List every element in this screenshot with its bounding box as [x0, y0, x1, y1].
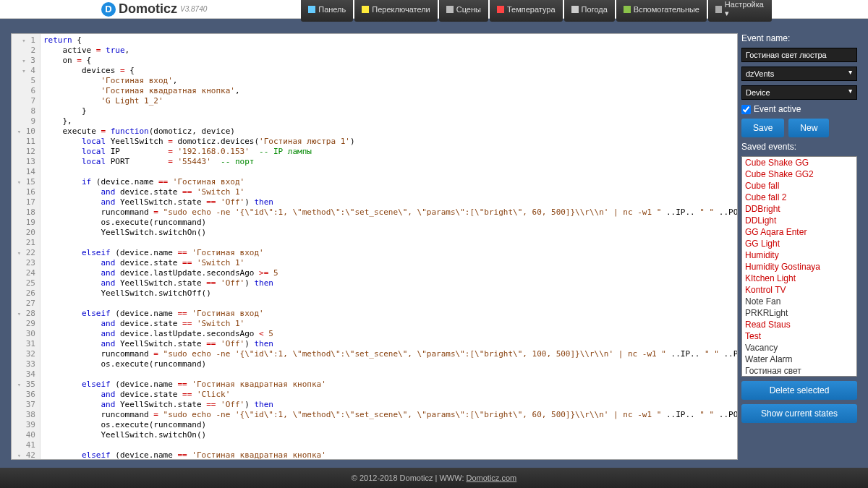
saved-event-item[interactable]: DDBright [742, 203, 856, 215]
saved-event-item[interactable]: Vacancy [742, 342, 856, 354]
event-active-checkbox[interactable] [741, 105, 751, 114]
saved-event-item[interactable]: Humidity [742, 249, 856, 261]
main-nav: ПанельПереключателиСценыТемператураПогод… [301, 0, 772, 22]
nav-label: Панель [318, 5, 346, 14]
show-states-button[interactable]: Show current states [741, 404, 857, 423]
nav-item[interactable]: Настройка ▾ [708, 0, 772, 22]
side-panel: Event name: Event active Save New Saved … [741, 33, 857, 460]
logo-icon: D [101, 2, 116, 17]
delete-selected-button[interactable]: Delete selected [741, 381, 857, 400]
saved-event-item[interactable]: Cube fall [742, 180, 856, 192]
nav-item[interactable]: Вспомогательные [616, 0, 707, 22]
saved-event-item[interactable]: Cube Shake GG2 [742, 168, 856, 180]
footer-copy: © 2012-2018 Domoticz | WWW: [352, 474, 467, 482]
saved-event-item[interactable]: Гостиная свет [742, 365, 856, 377]
saved-event-item[interactable]: Cube Shake GG [742, 157, 856, 168]
new-button[interactable]: New [788, 119, 829, 137]
saved-event-item[interactable]: KItchen Light [742, 273, 856, 284]
footer: © 2012-2018 Domoticz | WWW: Domoticz.com [0, 468, 868, 488]
logo[interactable]: D Domoticz V3.8740 [101, 1, 207, 17]
trigger-select[interactable] [741, 85, 857, 100]
nav-item[interactable]: Температура [490, 0, 563, 22]
saved-event-item[interactable]: Water Alarm [742, 354, 856, 365]
saved-event-item[interactable]: GG Aqara Enter [742, 226, 856, 238]
saved-event-item[interactable]: Test [742, 330, 856, 342]
footer-link[interactable]: Domoticz.com [467, 474, 517, 482]
saved-event-item[interactable]: Read Staus [742, 319, 856, 330]
header-bar: D Domoticz V3.8740 ПанельПереключателиСц… [0, 0, 868, 19]
nav-item[interactable]: Погода [564, 0, 615, 22]
saved-event-item[interactable]: DDLight [742, 215, 856, 226]
nav-icon [362, 6, 369, 13]
saved-event-item[interactable]: Kontrol TV [742, 284, 856, 296]
saved-events-label: Saved events: [741, 142, 857, 152]
logo-version: V3.8740 [180, 5, 207, 13]
event-active-row[interactable]: Event active [741, 104, 857, 114]
saved-event-item[interactable]: GG Light [742, 238, 856, 249]
saved-events-list[interactable]: Cube Shake GGCube Shake GG2Cube fallCube… [741, 156, 857, 377]
nav-label: Вспомогательные [634, 5, 699, 14]
nav-icon [446, 6, 454, 13]
nav-label: Сцены [456, 5, 481, 14]
nav-label: Настройка ▾ [725, 0, 765, 18]
logo-text: Domoticz [119, 1, 177, 17]
line-gutter: ▾ 12▾ 3▾ 456789▾ 1011121314▾ 15161718192… [12, 34, 41, 459]
code-editor[interactable]: ▾ 12▾ 3▾ 456789▾ 1011121314▾ 15161718192… [11, 33, 738, 460]
nav-label: Переключатели [372, 5, 430, 14]
nav-item[interactable]: Переключатели [354, 0, 437, 22]
saved-event-item[interactable]: PRKRLight [742, 307, 856, 319]
nav-icon [624, 6, 631, 13]
saved-event-item[interactable]: Cube fall 2 [742, 192, 856, 203]
nav-icon [571, 6, 579, 13]
nav-icon [715, 6, 722, 13]
nav-icon [497, 6, 504, 13]
event-name-label: Event name: [741, 33, 857, 43]
saved-event-item[interactable]: Humidity Gostinaya [742, 261, 856, 273]
saved-event-item[interactable]: Note Fan [742, 296, 856, 307]
nav-label: Температура [507, 5, 556, 14]
nav-item[interactable]: Панель [301, 0, 353, 22]
event-active-label: Event active [754, 104, 801, 114]
interpreter-select[interactable] [741, 67, 857, 81]
code-area[interactable]: return { active = true, on = { devices =… [41, 34, 737, 459]
nav-label: Погода [582, 5, 608, 14]
save-button[interactable]: Save [741, 119, 784, 137]
event-name-input[interactable] [741, 48, 857, 62]
nav-item[interactable]: Сцены [439, 0, 488, 22]
nav-icon [308, 6, 315, 13]
